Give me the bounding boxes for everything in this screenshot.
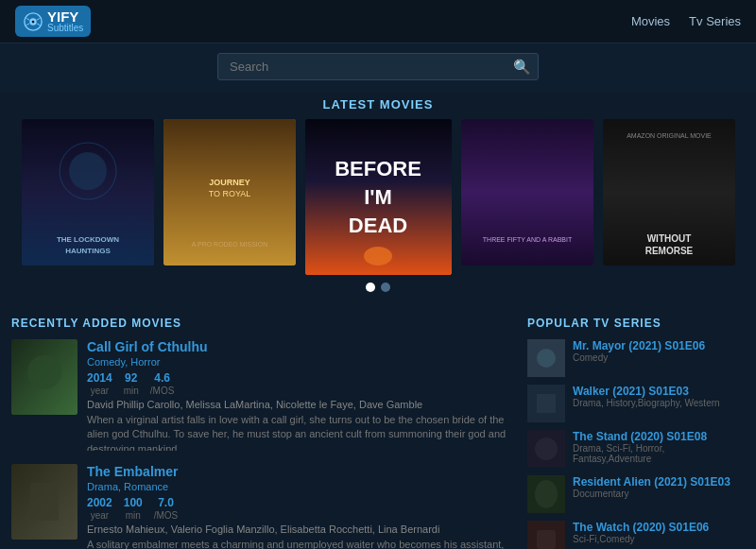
latest-section: LATEST MOVIES THE LOCKDOWN HAUNTINGS	[0, 92, 756, 305]
latest-title: LATEST MOVIES	[0, 97, 756, 112]
slider-dots	[0, 283, 756, 292]
logo-box: YIFY Subtitles	[15, 6, 91, 37]
thumb-cthulhu-art	[11, 339, 77, 415]
tv-title-alien[interactable]: Resident Alien (2021) S01E03	[573, 475, 745, 489]
poster-journey[interactable]: JOURNEY TO ROYAL A PRO RODEO MISSION	[163, 119, 296, 266]
tv-title-stand[interactable]: The Stand (2020) S01E08	[573, 430, 745, 443]
movie-meta-embalmer: 2002 year 100 min 7.0 /MOS	[87, 496, 512, 521]
svg-text:I'M: I'M	[364, 185, 392, 209]
tv-title-mayor[interactable]: Mr. Mayor (2021) S01E06	[573, 339, 745, 352]
svg-rect-30	[30, 483, 59, 521]
popular-tv-section: POPULAR TV SERIES Mr. Mayor (2021) S01E0…	[527, 317, 745, 549]
svg-text:JOURNEY: JOURNEY	[209, 178, 250, 187]
svg-point-28	[27, 355, 61, 389]
tv-thumb-alien[interactable]	[527, 475, 565, 513]
search-wrap: 🔍	[217, 53, 539, 80]
movie-info-embalmer: The Embalmer Drama, Romance 2002 year 10…	[87, 464, 512, 549]
svg-point-41	[535, 480, 558, 508]
svg-line-5	[37, 18, 41, 20]
movie-item-embalmer: The Embalmer Drama, Romance 2002 year 10…	[11, 464, 512, 549]
svg-line-3	[26, 18, 30, 20]
tv-info-mayor: Mr. Mayor (2021) S01E06 Comedy	[573, 339, 745, 363]
dot-1[interactable]	[366, 283, 375, 292]
svg-point-39	[535, 437, 558, 460]
movie-title-embalmer[interactable]: The Embalmer	[87, 464, 512, 479]
svg-rect-37	[537, 394, 556, 413]
movie-item-cthulhu: Call Girl of Cthulhu Comedy, Horror 2014…	[11, 339, 512, 451]
poster-without-art: AMAZON ORIGINAL MOVIE WITHOUT REMORSE	[603, 119, 735, 266]
tv-thumb-stand[interactable]	[527, 430, 565, 468]
movie-cast-embalmer: Ernesto Mahieux, Valerio Foglia Manzillo…	[87, 523, 512, 535]
tv-thumb-mayor[interactable]	[527, 339, 565, 377]
meta-year-cthulhu: 2014 year	[87, 371, 112, 396]
svg-line-4	[26, 23, 30, 25]
tv-genres-stand: Drama, Sci-Fi, Horror, Fantasy,Adventure	[573, 443, 745, 464]
svg-rect-21	[461, 119, 593, 266]
meta-imdb-cthulhu: 4.6 /MOS	[150, 371, 175, 396]
nav-tv[interactable]: Tv Series	[689, 14, 741, 28]
poster-without[interactable]: AMAZON ORIGINAL MOVIE WITHOUT REMORSE	[603, 119, 735, 266]
tv-genres-mayor: Comedy	[573, 352, 745, 363]
svg-point-35	[537, 349, 556, 368]
svg-text:A PRO RODEO MISSION: A PRO RODEO MISSION	[191, 241, 267, 248]
svg-text:THE LOCKDOWN: THE LOCKDOWN	[56, 235, 118, 244]
movie-desc-embalmer: A solitary embalmer meets a charming and…	[87, 538, 512, 549]
left-column: RECENTLY ADDED MOVIES Call Girl of Cthul…	[11, 317, 512, 549]
dot-2[interactable]	[381, 283, 390, 292]
svg-text:REMORSE: REMORSE	[644, 246, 693, 256]
movie-info-cthulhu: Call Girl of Cthulhu Comedy, Horror 2014…	[87, 339, 512, 451]
svg-text:THREE FIFTY AND A RABBIT: THREE FIFTY AND A RABBIT	[482, 236, 572, 243]
movie-cast-cthulhu: David Phillip Carollo, Melissa LaMartina…	[87, 399, 512, 410]
search-bar: 🔍	[0, 43, 756, 92]
tv-thumb-watch[interactable]	[527, 521, 565, 549]
tv-info-watch: The Watch (2020) S01E06 Sci-Fi,Comedy	[573, 521, 745, 544]
poster-lockdown-art: THE LOCKDOWN HAUNTINGS	[22, 119, 154, 266]
thumb-embalmer-art	[11, 464, 77, 540]
main-content: RECENTLY ADDED MOVIES Call Girl of Cthul…	[0, 317, 756, 549]
meta-mins-cthulhu: 92 min	[124, 371, 139, 396]
poster-lockdown[interactable]: THE LOCKDOWN HAUNTINGS	[22, 119, 154, 266]
tv-genres-walker: Drama, History,Biography, Western	[573, 398, 745, 408]
recently-added-title: RECENTLY ADDED MOVIES	[11, 317, 512, 330]
tv-item-stand: The Stand (2020) S01E08 Drama, Sci-Fi, H…	[527, 430, 745, 468]
tv-thumb-walker[interactable]	[527, 385, 565, 422]
svg-point-9	[69, 152, 107, 190]
meta-imdb-embalmer: 7.0 /MOS	[154, 496, 179, 521]
svg-text:TO ROYAL: TO ROYAL	[208, 189, 250, 198]
poster-before[interactable]: BEFORE I'M DEAD	[305, 119, 452, 275]
tv-title-walker[interactable]: Walker (2021) S01E03	[573, 385, 745, 398]
tv-info-alien: Resident Alien (2021) S01E03 Documentary	[573, 475, 745, 499]
svg-text:BEFORE: BEFORE	[335, 157, 421, 180]
movie-thumb-cthulhu[interactable]	[11, 339, 77, 415]
movie-meta-cthulhu: 2014 year 92 min 4.6 /MOS	[87, 371, 512, 396]
tv-info-stand: The Stand (2020) S01E08 Drama, Sci-Fi, H…	[573, 430, 745, 464]
tv-genres-alien: Documentary	[573, 489, 745, 499]
tv-title-watch[interactable]: The Watch (2020) S01E06	[573, 521, 745, 534]
tv-info-walker: Walker (2021) S01E03 Drama, History,Biog…	[573, 385, 745, 408]
tv-item-walker: Walker (2021) S01E03 Drama, History,Biog…	[527, 385, 745, 422]
svg-text:DEAD: DEAD	[348, 214, 406, 237]
movie-slider: THE LOCKDOWN HAUNTINGS JOURNEY TO ROYAL …	[0, 119, 756, 275]
poster-journey-art: JOURNEY TO ROYAL A PRO RODEO MISSION	[163, 119, 296, 266]
logo-yify: YIFY	[47, 9, 83, 24]
right-column: POPULAR TV SERIES Mr. Mayor (2021) S01E0…	[527, 317, 745, 549]
nav-movies[interactable]: Movies	[631, 14, 670, 28]
poster-three[interactable]: THREE FIFTY AND A RABBIT	[461, 119, 593, 266]
meta-year-embalmer: 2002 year	[87, 496, 112, 521]
tv-item-watch: The Watch (2020) S01E06 Sci-Fi,Comedy	[527, 521, 745, 549]
movie-desc-cthulhu: When a virginal artist falls in love wit…	[87, 413, 512, 451]
main-nav: Movies Tv Series	[631, 14, 741, 28]
poster-before-art: BEFORE I'M DEAD	[305, 119, 452, 275]
logo: YIFY Subtitles	[15, 6, 91, 37]
movie-thumb-embalmer[interactable]	[11, 464, 77, 540]
svg-text:AMAZON ORIGINAL MOVIE: AMAZON ORIGINAL MOVIE	[627, 132, 712, 139]
svg-text:HAUNTINGS: HAUNTINGS	[65, 247, 111, 255]
meta-mins-embalmer: 100 min	[124, 496, 143, 521]
search-input[interactable]	[217, 53, 539, 80]
movie-title-cthulhu[interactable]: Call Girl of Cthulhu	[87, 339, 512, 354]
search-icon[interactable]: 🔍	[513, 59, 531, 76]
poster-three-art: THREE FIFTY AND A RABBIT	[461, 119, 593, 266]
tv-genres-watch: Sci-Fi,Comedy	[573, 534, 745, 544]
popular-tv-title: POPULAR TV SERIES	[527, 317, 745, 330]
header: YIFY Subtitles Movies Tv Series	[0, 0, 756, 43]
